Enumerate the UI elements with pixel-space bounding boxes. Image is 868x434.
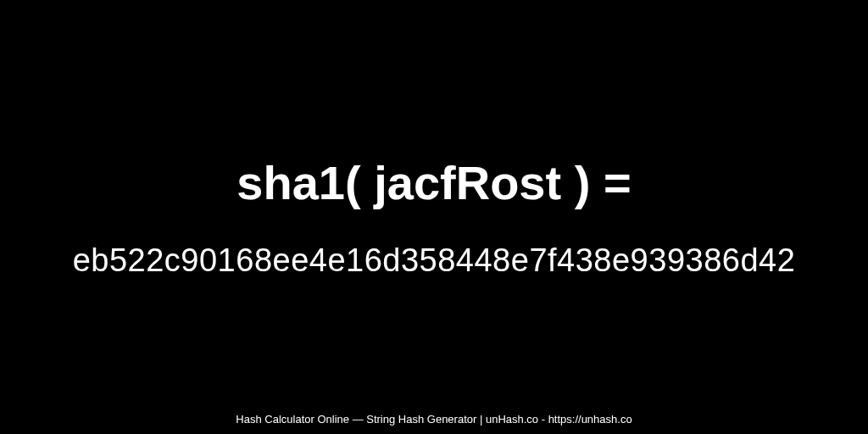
- hash-expression-title: sha1( jacfRost ) =: [236, 155, 631, 210]
- footer-text: Hash Calculator Online — String Hash Gen…: [0, 413, 868, 426]
- hash-result-value: eb522c90168ee4e16d358448e7f438e939386d42: [73, 242, 796, 279]
- main-content: sha1( jacfRost ) = eb522c90168ee4e16d358…: [0, 0, 868, 434]
